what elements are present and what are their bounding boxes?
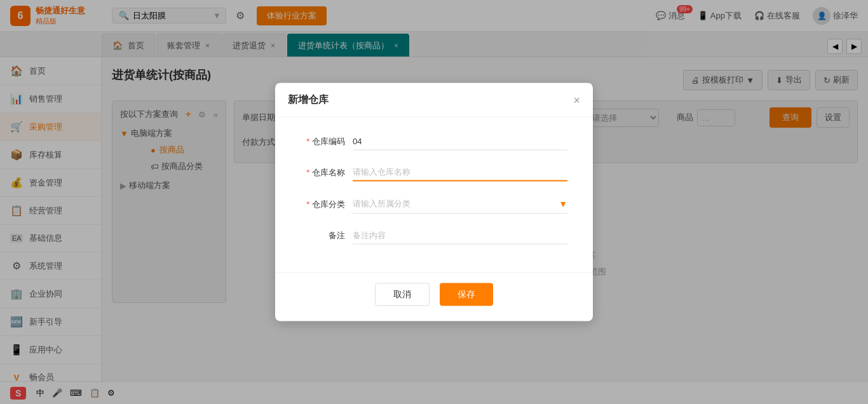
form-row-category: 仓库分类 请输入所属分类 ▼ [301, 194, 567, 214]
form-row-name: 仓库名称 [301, 163, 567, 182]
dialog-footer: 取消 保存 [275, 273, 593, 321]
form-row-code: 仓库编码 [301, 133, 567, 151]
new-warehouse-dialog: 新增仓库 × 仓库编码 仓库名称 仓库分类 请输入所属分类 ▼ 备注 取消 保存 [275, 83, 593, 321]
dialog-header: 新增仓库 × [275, 83, 593, 118]
code-input[interactable] [353, 133, 567, 151]
note-input[interactable] [353, 227, 567, 245]
name-input[interactable] [353, 163, 567, 182]
dialog-title: 新增仓库 [288, 93, 329, 107]
code-label: 仓库编码 [301, 136, 345, 147]
dialog-body: 仓库编码 仓库名称 仓库分类 请输入所属分类 ▼ 备注 [275, 118, 593, 273]
category-dropdown-icon: ▼ [559, 199, 567, 209]
cancel-button[interactable]: 取消 [375, 283, 430, 306]
note-label: 备注 [301, 230, 345, 241]
form-row-note: 备注 [301, 227, 567, 245]
save-button[interactable]: 保存 [440, 283, 493, 306]
name-label: 仓库名称 [301, 166, 345, 178]
dialog-close-btn[interactable]: × [573, 94, 580, 105]
category-select[interactable]: 请输入所属分类 ▼ [353, 194, 567, 214]
category-label: 仓库分类 [301, 198, 345, 210]
